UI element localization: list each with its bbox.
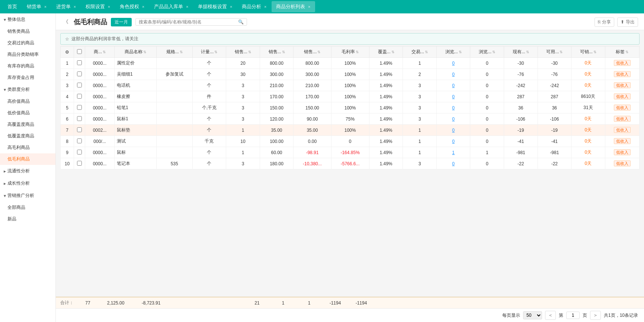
footer-browse2: 1 (296, 300, 322, 306)
row-checkbox[interactable] (74, 158, 85, 169)
col-tag: 标签⇅ (605, 47, 639, 58)
nav-permissions[interactable]: 权限设置 × (81, 1, 115, 12)
page-size-select[interactable]: 50 100 (523, 311, 542, 319)
row-browse1[interactable]: 0 (436, 58, 470, 69)
sidebar-item-low-margin[interactable]: 低毛利商品 (0, 153, 55, 165)
collapse-sidebar-button[interactable]: 《 (62, 17, 70, 27)
row-browse1[interactable]: 0 (436, 102, 470, 114)
sidebar-group-marketing[interactable]: ▾ 营销推广分析 (0, 189, 55, 202)
row-check[interactable] (77, 116, 82, 121)
sidebar-group-growth[interactable]: ▸ 成长性分析 (0, 177, 55, 189)
close-sales-icon[interactable]: × (44, 4, 47, 9)
row-checkbox[interactable] (74, 58, 85, 69)
nav-product-analysis[interactable]: 商品分析 × (237, 1, 271, 12)
sidebar-item-high-value[interactable]: 高价值商品 (0, 96, 55, 107)
export-button[interactable]: ⬆ 导出 (617, 17, 638, 27)
arrow-cluster-icon: ▾ (4, 87, 6, 92)
sidebar-item-stock-capital[interactable]: 库存资金占用 (0, 72, 55, 83)
row-tag: 低收入 (605, 102, 639, 114)
share-button[interactable]: ⎘ 分享 (595, 17, 614, 27)
row-checkbox[interactable] (74, 114, 85, 125)
close-purchase-icon[interactable]: × (74, 4, 76, 9)
sidebar-item-high-coverage[interactable]: 高覆盖度商品 (0, 119, 55, 130)
nav-product-entry[interactable]: 产品品入库单 × (150, 1, 193, 12)
sidebar-item-new-products[interactable]: 新品 (0, 213, 55, 225)
row-check[interactable] (77, 161, 82, 166)
row-checkbox[interactable] (74, 125, 85, 136)
sidebar-item-low-value[interactable]: 低价值商品 (0, 107, 55, 119)
sidebar-group-flow[interactable]: ▸ 流通性分析 (0, 165, 55, 177)
row-browse1[interactable]: 0 (436, 136, 470, 147)
row-gross-margin: 100% (331, 91, 369, 102)
row-tag: 低收入 (605, 114, 639, 125)
close-product-entry-icon[interactable]: × (186, 4, 188, 9)
close-roles-icon[interactable]: × (142, 4, 144, 9)
row-checkbox[interactable] (74, 69, 85, 80)
footer-label: 合计： (60, 300, 74, 306)
row-checkbox[interactable] (74, 136, 85, 147)
next-page-button[interactable]: ＞ (590, 311, 601, 320)
row-browse1[interactable]: 1 (436, 147, 470, 158)
sidebar-group-cluster[interactable]: ▾ 类群度分析 (0, 83, 55, 96)
search-input[interactable] (139, 19, 238, 25)
col-settings[interactable]: ⚙ (61, 47, 74, 58)
sidebar-item-category-sales-rate[interactable]: 商品分类助销率 (0, 49, 55, 60)
row-checkbox[interactable] (74, 91, 85, 102)
tag-badge: 低收入 (614, 149, 631, 155)
close-product-analysis-icon[interactable]: × (264, 4, 266, 9)
row-check[interactable] (77, 71, 82, 76)
sidebar-item-stocked-products[interactable]: 有库存的商品 (0, 60, 55, 72)
row-sale-price: 800.00 (260, 58, 294, 69)
nav-roles[interactable]: 角色授权 × (115, 1, 149, 12)
row-browse1[interactable]: 0 (436, 125, 470, 136)
sidebar-group-overall[interactable]: ▾ 整体信息 (0, 13, 55, 26)
row-browse1[interactable]: 0 (436, 158, 470, 169)
row-checkbox[interactable] (74, 102, 85, 114)
col-saleable: 可销...⇅ (571, 47, 605, 58)
row-check[interactable] (77, 105, 82, 110)
row-current-stock: -242 (504, 80, 538, 91)
search-icon[interactable]: 🔍 (238, 19, 244, 25)
prev-page-button[interactable]: ＜ (545, 311, 556, 320)
nav-purchase[interactable]: 进货单 × (52, 1, 80, 12)
close-product-analysis-list-icon[interactable]: × (308, 4, 310, 9)
arrow-overall-icon: ▾ (4, 17, 6, 22)
row-spec (156, 125, 192, 136)
page-number-input[interactable] (566, 312, 580, 319)
row-browse1[interactable]: 0 (436, 114, 470, 125)
nav-home[interactable]: 首页 (3, 1, 22, 12)
row-check[interactable] (77, 150, 82, 154)
close-permissions-icon[interactable]: × (108, 4, 110, 9)
row-saleable: 31天 (571, 102, 605, 114)
row-spec: 参加复试 (156, 69, 192, 80)
arrow-growth-icon: ▸ (4, 181, 6, 186)
row-sale-price: 170.00 (260, 91, 294, 102)
row-check[interactable] (77, 60, 82, 65)
row-unit: 个 (192, 125, 226, 136)
row-check[interactable] (77, 138, 82, 143)
nav-sales[interactable]: 销货单 × (22, 1, 51, 12)
sidebar-item-high-margin[interactable]: 高毛利商品 (0, 142, 55, 153)
row-checkbox[interactable] (74, 147, 85, 158)
row-check[interactable] (77, 127, 82, 132)
col-checkbox[interactable] (74, 47, 85, 58)
row-browse1[interactable]: 0 (436, 91, 470, 102)
row-code: 0000... (85, 69, 115, 80)
row-browse1[interactable]: 0 (436, 69, 470, 80)
select-all-checkbox[interactable] (77, 49, 82, 54)
sidebar-item-all-products[interactable]: 全部商品 (0, 202, 55, 213)
nav-template[interactable]: 单据模板设置 × (193, 1, 237, 12)
sidebar-item-sales-products[interactable]: 销售类商品 (0, 26, 55, 37)
nav-product-analysis-list[interactable]: 商品分析列表 × (272, 1, 315, 12)
period-button[interactable]: 近一月 (111, 18, 132, 26)
row-tag: 低收入 (605, 136, 639, 147)
close-template-icon[interactable]: × (230, 4, 232, 9)
sidebar-item-traded-products[interactable]: 交易过的商品 (0, 37, 55, 49)
row-check[interactable] (77, 83, 82, 87)
row-check[interactable] (77, 94, 82, 99)
row-checkbox[interactable] (74, 80, 85, 91)
table-row: 5 0000... 铅笔1 个,千克 3 150.00 150.00 100% … (61, 102, 640, 114)
row-tag: 低收入 (605, 147, 639, 158)
sidebar-item-low-coverage[interactable]: 低覆盖度商品 (0, 130, 55, 142)
row-browse1[interactable]: 0 (436, 80, 470, 91)
